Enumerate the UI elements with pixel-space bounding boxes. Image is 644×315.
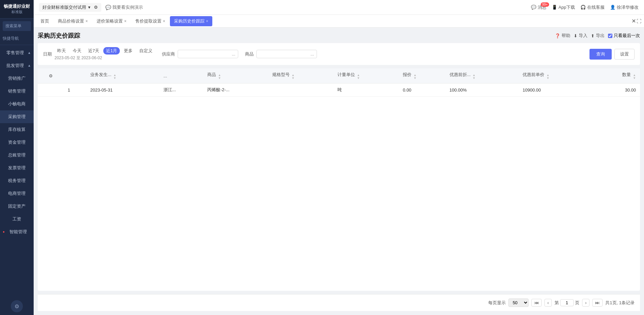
sidebar-item-smart[interactable]: ● 智能管理 — [0, 225, 34, 238]
sidebar-item-sales[interactable]: 销售管理 — [0, 85, 34, 98]
page-title: 采购历史价跟踪 — [38, 32, 80, 40]
table-row: 1 2023-05-31 浙江... 丙烯酸-2-... 吨 0.00 100.… — [38, 83, 640, 97]
filter-buttons: 查询 设置 — [589, 49, 635, 60]
last-page-button[interactable]: ⏭ — [592, 299, 603, 307]
help-icon: ❓ — [555, 33, 560, 38]
cell-biz-date: 2023-05-31 — [86, 83, 159, 97]
tabbar: 首页 商品价格设置 × 进价策略设置 × 售价提取设置 × 采购历史价跟踪 × … — [34, 15, 644, 28]
th-price[interactable]: 报价 ▲▼ — [399, 68, 445, 83]
sidebar-item-quicknav[interactable]: 快捷导航 — [0, 34, 34, 43]
th-index — [64, 68, 86, 83]
supplier-more-button[interactable]: ... — [232, 51, 236, 57]
tab-sale-price[interactable]: 售价提取设置 × — [131, 16, 169, 26]
prev-page-button[interactable]: ‹ — [544, 299, 552, 307]
import-button[interactable]: ⬇ 导入 — [574, 33, 587, 39]
export-button[interactable]: ⬆ 导出 — [591, 33, 605, 39]
only-last-input[interactable] — [608, 34, 612, 38]
date-option-custom[interactable]: 自定义 — [137, 47, 155, 55]
th-unit[interactable]: 计量单位 ▲▼ — [333, 68, 399, 83]
date-option-1month[interactable]: 近1月 — [103, 47, 120, 55]
topbar: 好业财标准版交付试用 ▾ ⚙ 我要看实例演示 💬 消息 99+ 📱 App下载 … — [34, 0, 644, 15]
sidebar-item-purchase[interactable]: 采购管理 — [0, 110, 34, 123]
goods-filter-group: 商品 ... — [245, 50, 317, 58]
tab-home-label: 首页 — [40, 18, 49, 24]
table-header-row: ⚙ 业务发生... ▲▼ ... 商品 ▲▼ — [38, 68, 640, 83]
th-qty[interactable]: 数量 ▲▼ — [593, 68, 640, 83]
sidebar-item-inventory[interactable]: 库存核算 — [0, 123, 34, 136]
page-number-input[interactable] — [560, 299, 574, 306]
th-biz-date[interactable]: 业务发生... ▲▼ — [86, 68, 159, 83]
cell-index: 1 — [64, 83, 86, 97]
tab-sale-price-close[interactable]: × — [163, 19, 165, 24]
sidebar-item-finance[interactable]: 资金管理 — [0, 136, 34, 149]
th-pre-price[interactable]: 优惠前单价 ▲▼ — [518, 68, 593, 83]
tab-purchase-history-label: 采购历史价跟踪 — [174, 18, 205, 24]
sidebar-item-assets[interactable]: 固定资产 — [0, 200, 34, 213]
tab-sale-price-label: 售价提取设置 — [135, 18, 162, 24]
app-download-button[interactable]: 📱 App下载 — [552, 4, 575, 10]
user-menu-button[interactable]: 👤 徐泽华修改 — [610, 4, 639, 10]
help-label: 帮助 — [562, 33, 570, 39]
sidebar-item-invoice[interactable]: 发票管理 — [0, 162, 34, 174]
goods-input[interactable]: ... — [256, 50, 317, 58]
tab-purchase-strategy[interactable]: 进价策略设置 × — [93, 16, 131, 26]
supplier-input[interactable]: ... — [178, 50, 238, 58]
date-label: 日期 — [43, 51, 52, 57]
th-discount[interactable]: 优惠前折... ▲▼ — [445, 68, 519, 83]
tab-goods-price-close[interactable]: × — [85, 19, 88, 24]
date-options: 昨天 今天 近7天 近1月 更多 自定义 — [55, 47, 155, 55]
cell-supplier: 浙江... — [159, 83, 204, 97]
next-page-button[interactable]: › — [582, 299, 589, 307]
sort-icon-pre-price: ▲▼ — [546, 74, 549, 80]
per-page-select[interactable]: 50 10 20 100 — [508, 299, 529, 307]
sidebar-item-tax[interactable]: 税务管理 — [0, 174, 34, 187]
first-page-button[interactable]: ⏮ — [531, 299, 542, 307]
message-button[interactable]: 💬 消息 99+ — [531, 4, 546, 10]
filter-bar: 日期 昨天 今天 近7天 近1月 更多 自定义 2023-05-02 至 202… — [38, 43, 640, 65]
sidebar-item-wholesale[interactable]: 批发管理 ▲ — [0, 59, 34, 72]
version-selector[interactable]: 好业财标准版交付试用 ▾ ⚙ — [39, 3, 101, 12]
date-option-7days[interactable]: 近7天 — [85, 47, 102, 55]
tab-goods-price[interactable]: 商品价格设置 × — [54, 16, 92, 26]
tabbar-close-button[interactable]: ✕ — [632, 18, 636, 24]
online-service-button[interactable]: 🎧 在线客服 — [580, 4, 605, 10]
sidebar-item-ecommerce[interactable]: 电商管理 — [0, 187, 34, 200]
th-goods[interactable]: 商品 ▲▼ — [203, 68, 268, 83]
tabbar-expand-button[interactable]: ⛶ — [637, 19, 641, 24]
supplier-label: 供应商 — [162, 51, 175, 57]
tab-purchase-strategy-close[interactable]: × — [124, 19, 127, 24]
sidebar-settings-button[interactable]: ⚙ — [11, 300, 23, 312]
tab-purchase-history[interactable]: 采购历史价跟踪 × — [170, 16, 212, 26]
cell-goods: 丙烯酸-2-... — [203, 83, 268, 97]
th-gear[interactable]: ⚙ — [38, 68, 64, 83]
th-spec[interactable]: 规格型号 ▲▼ — [268, 68, 333, 83]
goods-more-button[interactable]: ... — [311, 51, 314, 57]
help-button[interactable]: ❓ 帮助 — [555, 33, 570, 39]
settings-icon[interactable]: ⚙ — [94, 5, 98, 10]
sidebar-item-ecommerce-small[interactable]: 小畅电商 — [0, 98, 34, 110]
sidebar-item-ledger[interactable]: 总账管理 — [0, 149, 34, 162]
date-option-today[interactable]: 今天 — [70, 47, 84, 55]
wholesale-arrow-icon: ▲ — [28, 64, 31, 67]
date-option-yesterday[interactable]: 昨天 — [55, 47, 69, 55]
date-option-more[interactable]: 更多 — [121, 47, 135, 55]
tab-home[interactable]: 首页 — [36, 16, 53, 26]
th-more[interactable]: ... — [159, 68, 204, 83]
headset-icon: 🎧 — [580, 5, 586, 10]
export-icon: ⬆ — [591, 33, 595, 38]
topbar-right: 💬 消息 99+ 📱 App下载 🎧 在线客服 👤 徐泽华修改 — [531, 4, 639, 10]
pagination: 每页显示 50 10 20 100 ⏮ ‹ 第 页 › ⏭ 共1页, 1条记录 — [38, 294, 640, 311]
sidebar-item-marketing[interactable]: 营销推广 — [0, 72, 34, 85]
sidebar-item-retail[interactable]: 零售管理 ▲ — [0, 46, 34, 59]
demo-button[interactable]: 我要看实例演示 — [105, 4, 143, 10]
only-last-checkbox[interactable]: 只看最后一次 — [608, 33, 640, 39]
table-container: ⚙ 业务发生... ▲▼ ... 商品 ▲▼ — [38, 68, 640, 291]
tab-purchase-history-close[interactable]: × — [206, 19, 208, 24]
settings-button[interactable]: 设置 — [614, 49, 635, 60]
date-options-col: 昨天 今天 近7天 近1月 更多 自定义 2023-05-02 至 2023-0… — [55, 47, 155, 61]
version-label: 好业财标准版交付试用 — [42, 4, 86, 10]
query-button[interactable]: 查询 — [589, 49, 612, 60]
search-menu-button[interactable]: 搜索菜单 — [3, 21, 31, 31]
sidebar-item-salary[interactable]: 工资 — [0, 213, 34, 225]
sidebar-search-area: 搜索菜单 — [0, 19, 34, 34]
